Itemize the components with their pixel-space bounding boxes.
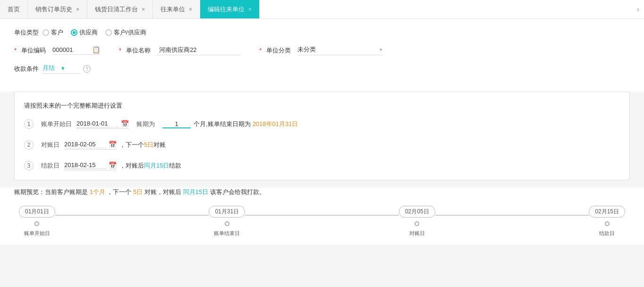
start-date-input[interactable]: [76, 120, 119, 127]
close-tab-partner-units[interactable]: ×: [189, 6, 192, 13]
payment-date-input[interactable]: [64, 161, 107, 169]
row3-suffix-before: ，对账后: [119, 161, 144, 170]
tabs-bar: 首页 销售订单历史 × 钱货日清工作台 × 往来单位 × 编辑往来单位 × ›: [0, 0, 644, 19]
preview-sep2: 对账，对账后: [144, 188, 181, 195]
payment-terms-dropdown[interactable]: 月结 ▾: [42, 64, 80, 74]
setting-row-2: 2 对账日 📅 ，下一个 5日 对账: [24, 140, 620, 150]
unit-classify-group: * 单位分类 未分类 ▾: [259, 45, 382, 55]
payment-terms-arrow: ▾: [61, 65, 80, 72]
preview-label: 账期预览：当前客户账期是: [14, 188, 88, 195]
tl-node-1: 01月01日 账单开始日: [19, 206, 55, 237]
tl-line-2: [245, 215, 399, 216]
step-2: 2: [24, 140, 34, 150]
reconcile-date-input[interactable]: [64, 141, 107, 148]
payment-terms-value: 月结: [42, 64, 61, 72]
tab-edit-partner[interactable]: 编辑往来单位 ×: [200, 0, 260, 18]
payment-terms-row: 收款条件 月结 ▾ ?: [14, 64, 630, 74]
unit-classify-dropdown[interactable]: 未分类 ▾: [297, 45, 382, 55]
radio-group: 客户 供应商 客户/供应商: [42, 28, 146, 37]
preview-1month: 1个月: [90, 188, 105, 195]
tl-date-1: 01月01日: [19, 206, 55, 218]
radio-label-customer: 客户: [51, 28, 63, 37]
setting-row-1: 1 账单开始日 📅 账期为 个月,账单结束日期为 2018年01月31日: [24, 119, 620, 129]
tl-dot-1: [34, 221, 39, 226]
unit-code-input-wrapper: 📋: [52, 46, 100, 55]
row1-label: 账单开始日: [41, 120, 72, 128]
row1-period-label: 账期为: [136, 120, 155, 128]
tab-cash-workbench[interactable]: 钱货日清工作台 ×: [87, 0, 153, 18]
unit-type-row: 单位类型 客户 供应商 客户/供应商: [14, 28, 630, 37]
unit-classify-label: 单位分类: [266, 46, 291, 55]
row1-period-unit: 个月,账单结束日期为: [194, 120, 251, 128]
preview-end: 该客户会给我打款。: [210, 188, 265, 195]
radio-both[interactable]: 客户/供应商: [105, 28, 146, 37]
radio-customer[interactable]: 客户: [42, 28, 63, 37]
row2-suffix-before: ，下一个: [119, 141, 144, 149]
preview-same15: 同月15日: [183, 188, 208, 195]
step-3: 3: [24, 161, 34, 170]
tl-dot-3: [415, 221, 419, 226]
row2-highlight: 5日: [144, 141, 153, 149]
tl-label-2: 账单结束日: [214, 230, 240, 237]
unit-type-label: 单位类型: [14, 28, 39, 37]
preview-section: 账期预览：当前客户账期是 1个月 ，下一个 5日 对账，对账后 同月15日 该客…: [0, 188, 644, 245]
tl-line-3: [435, 215, 589, 216]
radio-label-both: 客户/供应商: [114, 28, 146, 37]
tl-date-3: 02月05日: [399, 206, 435, 218]
tab-sales-history[interactable]: 销售订单历史 ×: [28, 0, 87, 18]
end-date-highlight: 2018年01月31日: [253, 120, 298, 128]
radio-supplier[interactable]: 供应商: [71, 28, 98, 37]
payment-date-calendar-icon[interactable]: 📅: [109, 161, 117, 169]
close-tab-sales-history[interactable]: ×: [76, 6, 79, 13]
radio-label-supplier: 供应商: [79, 28, 98, 37]
radio-circle-customer: [42, 29, 49, 36]
period-value-input[interactable]: [162, 120, 191, 128]
radio-circle-both: [105, 29, 112, 36]
tab-scroll-arrow[interactable]: ›: [632, 5, 644, 14]
unit-code-input[interactable]: [52, 46, 90, 53]
reconcile-date-calendar-icon[interactable]: 📅: [109, 141, 117, 148]
step-1: 1: [24, 119, 34, 129]
tl-node-3: 02月05日 对账日: [399, 206, 435, 237]
row3-date-input: 📅: [64, 161, 117, 170]
row3-highlight: 同月15日: [144, 161, 169, 170]
unit-name-group: * 单位名称: [119, 46, 240, 55]
start-date-calendar-icon[interactable]: 📅: [121, 120, 129, 127]
tl-date-2: 01月31日: [209, 206, 245, 218]
unit-name-label: 单位名称: [126, 46, 151, 55]
tab-home[interactable]: 首页: [0, 0, 28, 18]
setting-row-3: 3 结款日 📅 ，对账后 同月15日 结款: [24, 161, 620, 170]
tl-node-4: 02月15日 结款日: [589, 206, 625, 237]
form-area: 单位类型 客户 供应商 客户/供应商 * 单位编码 📋: [0, 19, 644, 92]
unit-code-icon[interactable]: 📋: [92, 46, 100, 53]
tl-node-2: 01月31日 账单结束日: [209, 206, 245, 237]
unit-classify-arrow: ▾: [380, 47, 382, 53]
close-tab-cash-workbench[interactable]: ×: [142, 6, 145, 13]
row2-suffix-after: 对账: [153, 141, 166, 149]
preview-text: 账期预览：当前客户账期是 1个月 ，下一个 5日 对账，对账后 同月15日 该客…: [14, 188, 630, 196]
radio-circle-supplier: [71, 29, 77, 36]
row3-label: 结款日: [41, 161, 59, 170]
payment-terms-label: 收款条件: [14, 65, 39, 73]
unit-code-label: 单位编码: [21, 46, 46, 55]
unit-info-row: * 单位编码 📋 * 单位名称 * 单位分类 未分类 ▾: [14, 45, 630, 55]
unit-name-input[interactable]: [157, 46, 240, 55]
period-settings-box: 请按照未来的一个完整帐期进行设置 1 账单开始日 📅 账期为 个月,账单结束日期…: [14, 92, 630, 180]
unit-code-group: * 单位编码 📋: [14, 46, 100, 55]
tab-partner-units[interactable]: 往来单位 ×: [153, 0, 200, 18]
timeline: 01月01日 账单开始日 01月31日 账单结束日 02月05日 对账日 02月…: [14, 206, 630, 237]
row3-suffix-after: 结款: [169, 161, 181, 170]
tl-date-4: 02月15日: [589, 206, 625, 218]
row2-label: 对账日: [41, 141, 59, 149]
tl-label-1: 账单开始日: [24, 230, 50, 237]
tl-label-4: 结款日: [599, 230, 615, 237]
section-title: 请按照未来的一个完整帐期进行设置: [24, 101, 620, 110]
preview-5day: 5日: [133, 188, 143, 195]
row1-date-input: 📅: [76, 120, 129, 129]
row2-date-input: 📅: [64, 141, 117, 150]
tl-dot-4: [605, 221, 610, 226]
close-tab-edit-partner[interactable]: ×: [248, 6, 252, 13]
tl-line-1: [55, 215, 209, 216]
help-icon[interactable]: ?: [83, 65, 91, 73]
unit-classify-value: 未分类: [297, 45, 316, 54]
